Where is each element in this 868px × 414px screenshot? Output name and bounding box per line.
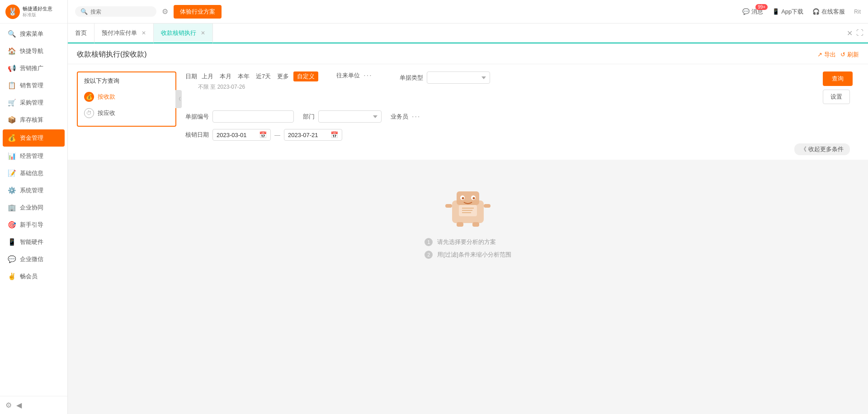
member-nav-icon: ✌	[7, 272, 16, 281]
sidebar-item-marketing[interactable]: 📢 营销推广	[0, 60, 67, 77]
step-1-num: 1	[425, 238, 433, 246]
empty-illustration	[443, 187, 493, 229]
setting-button[interactable]: 设置	[823, 90, 850, 104]
expand-more-area: 《 收起更多条件	[77, 141, 859, 160]
docno-label: 单据编号	[185, 113, 209, 121]
page-header-actions: ↗ 导出 ↺ 刷新	[817, 51, 859, 59]
date-btn-more[interactable]: 更多	[275, 71, 291, 81]
sidebar-item-finance[interactable]: 💰 资金管理	[3, 129, 65, 147]
query-button[interactable]: 查询	[823, 71, 853, 86]
doctype-filter: 单据类型	[400, 71, 490, 84]
svg-rect-6	[445, 204, 452, 208]
partner-dots-btn[interactable]: ···	[363, 71, 372, 80]
date-label: 日期	[185, 72, 197, 81]
dept-filter: 部门	[303, 110, 382, 123]
sidebar-item-purchase[interactable]: 🛒 采购管理	[0, 94, 67, 111]
partner-label: 往来单位	[336, 71, 360, 80]
date-filter: 日期 上月 本月 本年 近7天 更多 自定义	[185, 71, 318, 91]
expand-more-btn[interactable]: 《 收起更多条件	[794, 143, 850, 155]
empty-steps: 1 请先选择要分析的方案 2 用[过滤]条件来缩小分析范围	[425, 238, 511, 259]
marketing-nav-icon: 📢	[7, 64, 16, 72]
sidebar-item-operation[interactable]: 📊 经营管理	[0, 148, 67, 165]
tab-close-btn[interactable]: ✕	[847, 29, 853, 38]
tab-maximize-btn[interactable]: ⛶	[856, 29, 863, 37]
topbar-msg-btn[interactable]: 💬 消息 99+	[742, 8, 763, 16]
writeoff-start-wrap: 📅	[212, 129, 271, 141]
settings-bottom-icon[interactable]: ⚙	[5, 401, 12, 409]
topbar-gear-icon[interactable]: ⚙	[162, 7, 168, 16]
empty-step-1: 1 请先选择要分析的方案	[425, 238, 511, 246]
home-nav-icon: 🏠	[7, 47, 16, 55]
date-no-limit-text: 不限 至 2023-07-26	[198, 84, 245, 90]
date-btn-custom[interactable]: 自定义	[293, 71, 318, 81]
msg-badge: 99+	[755, 4, 768, 10]
svg-point-4	[462, 197, 464, 200]
tab-prepay-close[interactable]: ✕	[142, 30, 146, 36]
sidebar-item-hardware[interactable]: 📱 智能硬件	[0, 233, 67, 251]
filter-left-panel: 按以下方查询 💰 按收款 ⏱ 按应收 《	[77, 71, 176, 127]
operation-nav-icon: 📊	[7, 152, 16, 160]
writeoff-end-input[interactable]	[288, 132, 329, 138]
sidebar-item-search[interactable]: 🔍 搜索菜单	[0, 25, 67, 43]
doctype-label: 单据类型	[400, 74, 423, 82]
filter-form-area: 日期 上月 本月 本年 近7天 更多 自定义	[176, 71, 859, 141]
tabbar: 首页 预付冲应付单 ✕ 收款核销执行 ✕ ✕ ⛶	[68, 24, 868, 43]
enterprise-nav-icon: 🏢	[7, 204, 16, 212]
filter-panel-collapse-btn[interactable]: 《	[175, 90, 182, 108]
date-btn-this-month[interactable]: 本月	[218, 71, 233, 81]
date-btn-last7days[interactable]: 近7天	[254, 71, 273, 81]
tab-home[interactable]: 首页	[68, 24, 94, 43]
sidebar-item-enterprise[interactable]: 🏢 企业协同	[0, 199, 67, 216]
sidebar-item-guide[interactable]: 🎯 新手引导	[0, 216, 67, 233]
filter-option-by-receipt[interactable]: 💰 按收款	[78, 89, 175, 105]
sidebar-item-system[interactable]: ⚙️ 系统管理	[0, 182, 67, 199]
sidebar-item-member[interactable]: ✌ 畅会员	[0, 268, 67, 285]
empty-robot-svg	[443, 187, 493, 228]
sidebar-item-quick-nav[interactable]: 🏠 快捷导航	[0, 43, 67, 60]
sidebar: 🐰 畅捷通好生意 标准版 🔍 搜索菜单 🏠 快捷导航 📢 营销推广 📋 销售管理…	[0, 0, 68, 414]
topbar-service-btn[interactable]: 🎧 在线客服	[812, 8, 845, 16]
topbar: 🔍 ⚙ 体验行业方案 💬 消息 99+ 📱 App下载 🎧 在线客服 Rit	[68, 0, 868, 24]
tab-collection-close[interactable]: ✕	[201, 30, 205, 36]
inventory-nav-icon: 📦	[7, 116, 16, 124]
doctype-select[interactable]	[427, 71, 490, 84]
sidebar-bottom: ⚙ ◀	[0, 396, 67, 414]
sidebar-item-sales[interactable]: 📋 销售管理	[0, 77, 67, 94]
topbar-right: 💬 消息 99+ 📱 App下载 🎧 在线客服 Rit	[742, 8, 861, 16]
page-title: 收款核销执行(按收款)	[77, 50, 147, 59]
sidebar-item-inventory[interactable]: 📦 库存核算	[0, 111, 67, 128]
sidebar-item-wechat[interactable]: 💬 企业微信	[0, 251, 67, 268]
date-btn-last-month[interactable]: 上月	[200, 71, 215, 81]
step-1-text: 请先选择要分析的方案	[437, 238, 496, 246]
svg-rect-7	[484, 204, 491, 208]
filter-panel-title: 按以下方查询	[78, 77, 175, 89]
sidebar-item-basic[interactable]: 📝 基础信息	[0, 165, 67, 182]
dept-select[interactable]	[318, 110, 382, 123]
refresh-button[interactable]: ↺ 刷新	[840, 51, 859, 59]
topbar-search-box[interactable]: 🔍	[75, 6, 156, 17]
tab-collection[interactable]: 收款核销执行 ✕	[154, 24, 213, 43]
topbar-search-input[interactable]	[90, 9, 149, 15]
topbar-app-btn[interactable]: 📱 App下载	[772, 8, 803, 16]
hardware-nav-icon: 📱	[7, 238, 16, 246]
topbar-user[interactable]: Rit	[854, 9, 861, 15]
refresh-icon: ↺	[840, 51, 845, 58]
collapse-sidebar-icon[interactable]: ◀	[16, 401, 22, 409]
writeoff-end-cal-icon[interactable]: 📅	[330, 131, 338, 138]
topbar-solution-btn[interactable]: 体验行业方案	[174, 5, 222, 19]
filter-option-by-receivable[interactable]: ⏱ 按应收	[78, 105, 175, 121]
date-separator: —	[274, 132, 280, 138]
writeoff-start-cal-icon[interactable]: 📅	[259, 131, 267, 138]
writeoff-start-input[interactable]	[217, 132, 257, 138]
main-content: 🔍 ⚙ 体验行业方案 💬 消息 99+ 📱 App下载 🎧 在线客服 Rit 首…	[68, 0, 868, 414]
tab-prepay[interactable]: 预付冲应付单 ✕	[94, 24, 154, 43]
export-button[interactable]: ↗ 导出	[817, 51, 836, 59]
docno-input[interactable]	[212, 110, 294, 123]
docno-filter: 单据编号	[185, 110, 294, 123]
basic-nav-icon: 📝	[7, 169, 16, 177]
tab-spacer	[213, 24, 842, 43]
receivable-option-icon: ⏱	[84, 108, 94, 118]
filter-row2: 单据编号 部门 业务员 ···	[176, 110, 859, 123]
staff-dots-btn[interactable]: ···	[412, 113, 420, 121]
date-btn-this-year[interactable]: 本年	[236, 71, 251, 81]
